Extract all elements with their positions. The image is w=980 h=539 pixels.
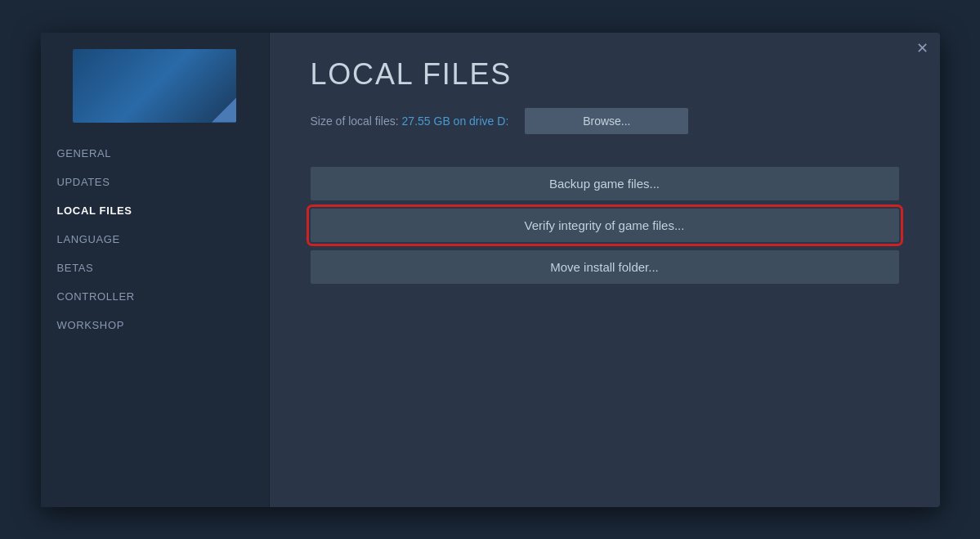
- move-button[interactable]: Move install folder...: [311, 250, 899, 284]
- browse-button[interactable]: Browse...: [525, 108, 688, 134]
- sidebar-item-controller[interactable]: CONTROLLER: [41, 282, 269, 311]
- close-button[interactable]: ✕: [916, 41, 929, 56]
- sidebar-item-language[interactable]: LANGUAGE: [41, 225, 269, 254]
- sidebar-item-betas[interactable]: BETAS: [41, 254, 269, 282]
- verify-button[interactable]: Verify integrity of game files...: [311, 209, 899, 242]
- dialog-window: ✕ GENERAL UPDATES LOCAL FILES LANGUAGE B…: [41, 33, 940, 507]
- file-size-row: Size of local files: 27.55 GB on drive D…: [311, 108, 899, 134]
- page-title: LOCAL FILES: [311, 57, 899, 92]
- backup-button[interactable]: Backup game files...: [311, 167, 899, 200]
- file-size-label: Size of local files: 27.55 GB on drive D…: [311, 115, 509, 128]
- sidebar-item-local-files[interactable]: LOCAL FILES: [41, 196, 269, 225]
- sidebar: GENERAL UPDATES LOCAL FILES LANGUAGE BET…: [41, 33, 270, 507]
- game-thumbnail: [73, 49, 236, 123]
- file-size-value: 27.55 GB on drive D:: [402, 115, 509, 128]
- main-content: LOCAL FILES Size of local files: 27.55 G…: [270, 33, 940, 507]
- sidebar-item-workshop[interactable]: WORKSHOP: [41, 311, 269, 339]
- sidebar-item-updates[interactable]: UPDATES: [41, 168, 269, 196]
- sidebar-item-general[interactable]: GENERAL: [41, 139, 269, 168]
